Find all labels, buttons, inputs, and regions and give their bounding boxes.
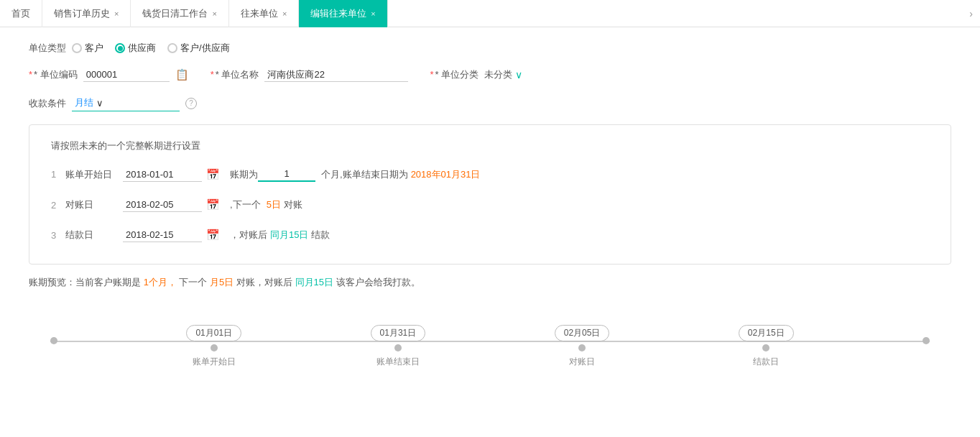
unit-category-select[interactable]: 未分类 ∨ [484,68,570,81]
timeline-badge-2: 01月31日 [371,325,426,341]
timeline-badge-1: 01月01日 [186,325,241,341]
period-row-3: 3 结款日 📅 ，对账后 同月15日 结款 [51,228,929,242]
period-suffix-3a: ，对账后 [230,229,267,242]
preview-section: 账期预览：当前客户账期是 1个月， 下一个 月5日 对账，对账后 同月15日 该… [29,276,951,303]
period-settings-box: 请按照未来的一个完整帐期进行设置 1 账单开始日 📅 账期为 个月,账单结束日期… [29,124,951,264]
end-dot [923,337,930,344]
period-date-input-1[interactable] [123,167,202,182]
radio-supplier[interactable]: 供应商 [115,42,156,55]
close-icon[interactable]: × [371,9,375,18]
close-icon[interactable]: × [114,9,119,18]
payment-terms-select[interactable]: 月结 ∨ [72,95,180,111]
unit-code-input[interactable] [83,68,170,82]
calendar-icon-3[interactable]: 📅 [206,229,220,242]
preview-highlight1: 1个月， [144,277,177,288]
timeline-label-3: 对账日 [569,356,595,368]
timeline-badge-4: 02月15日 [739,325,794,341]
period-highlight-2: 5日 [267,198,281,211]
chevron-down-icon: ∨ [515,69,522,80]
calendar-icon-1[interactable]: 📅 [206,168,220,181]
unit-info-row: ** 单位编码 📋 ** 单位名称 ** 单位分类 未分类 ∨ [29,68,951,82]
period-highlight-3: 同月15日 [270,229,308,242]
tab-cash-work-label: 钱货日清工作台 [142,7,208,20]
page-content: 单位类型 客户 供应商 客户/供应商 ** 单位编码 [0,27,980,437]
radio-customer-label: 客户 [85,42,103,55]
unit-code-label: ** 单位编码 [29,68,78,81]
radio-customer-supplier[interactable]: 客户/供应商 [167,42,230,55]
period-box-title: 请按照未来的一个完整帐期进行设置 [51,139,929,152]
timeline-dot-2 [394,344,402,351]
unit-code-item: ** 单位编码 📋 [29,68,189,82]
calendar-icon-2[interactable]: 📅 [206,198,220,211]
period-num-1: 1 [51,169,65,180]
timeline-label-2: 账单结束日 [376,356,420,368]
period-label-2: 对账日 [65,198,123,211]
period-row-1: 1 账单开始日 📅 账期为 个月,账单结束日期为 2018年01月31日 [51,167,929,182]
period-months-input[interactable] [258,167,315,182]
timeline-dot-3 [578,344,586,351]
close-icon[interactable]: × [212,9,216,18]
tab-edit-partner-label: 编辑往来单位 [310,7,366,20]
tabs-bar: 首页 销售订单历史 × 钱货日清工作台 × 往来单位 × 编辑往来单位 × › [0,0,980,27]
dropdown-arrow-icon: ∨ [96,98,103,109]
payment-terms-label: 收款条件 [29,97,66,110]
radio-circle-customer-supplier [167,43,177,53]
tab-home-label: 首页 [11,7,30,20]
timeline-node-4: 02月15日 结款日 [739,325,794,368]
period-label-1: 账单开始日 [65,168,123,181]
calendar-icon[interactable]: 📋 [175,68,189,81]
unit-category-label: ** 单位分类 [430,68,479,81]
period-suffix-3b: 结款 [311,229,330,242]
tab-cash-work[interactable]: 钱货日清工作台 × [131,0,228,27]
timeline-start-dot [50,325,57,368]
unit-type-label: 单位类型 [29,42,66,55]
required-star: * [211,69,214,80]
start-dot [50,337,57,344]
preview-highlight3: 同月15日 [295,277,333,288]
period-num-3: 3 [51,230,65,241]
unit-name-label: ** 单位名称 [211,68,259,81]
timeline-node-3: 02月05日 对账日 [555,325,610,368]
close-icon[interactable]: × [282,9,287,18]
preview-middle1: 下一个 [179,277,207,288]
unit-category-item: ** 单位分类 未分类 ∨ [430,68,570,81]
tabs-arrow[interactable]: › [962,8,980,19]
required-star: * [430,69,433,80]
unit-name-item: ** 单位名称 [211,68,409,82]
tab-partner[interactable]: 往来单位 × [229,0,299,27]
timeline-badge-3: 02月05日 [555,325,610,341]
payment-terms-item: 收款条件 月结 ∨ ? [29,95,197,111]
period-num-2: 2 [51,200,65,211]
tab-home[interactable]: 首页 [0,0,42,27]
unit-category-value: 未分类 [484,68,512,81]
period-suffix-1a: 账期为 [230,168,258,181]
period-suffix-2b: 对账 [284,198,302,211]
radio-customer[interactable]: 客户 [72,42,103,55]
radio-circle-supplier [115,43,125,53]
payment-terms-row: 收款条件 月结 ∨ ? [29,95,951,111]
help-icon[interactable]: ? [185,98,197,109]
period-suffix-2a: ,下一个 [230,198,261,211]
timeline-label-4: 结款日 [753,356,779,368]
unit-name-input[interactable] [264,68,408,82]
unit-type-row: 单位类型 客户 供应商 客户/供应商 [29,42,951,55]
radio-group-unit-type: 客户 供应商 客户/供应商 [72,42,230,55]
preview-prefix: 账期预览：当前客户账期是 [29,277,141,288]
tab-partner-label: 往来单位 [241,7,278,20]
radio-supplier-label: 供应商 [128,42,156,55]
period-date-input-2[interactable] [123,198,202,212]
payment-terms-value: 月结 [75,96,93,109]
period-row-2: 2 对账日 📅 ,下一个 5日 对账 [51,198,929,212]
preview-highlight2: 月5日 [210,277,234,288]
required-star: * [29,69,32,80]
timeline-node-2: 01月31日 账单结束日 [371,325,426,368]
timeline-dot-1 [211,344,218,351]
radio-customer-supplier-label: 客户/供应商 [180,42,230,55]
timeline-section: 01月01日 账单开始日 01月31日 账单结束日 02月05日 对账日 02月… [29,325,951,368]
period-end-date: 2018年01月31日 [411,168,481,181]
tab-sales-history[interactable]: 销售订单历史 × [42,0,131,27]
period-date-input-3[interactable] [123,228,202,242]
tab-edit-partner[interactable]: 编辑往来单位 × [299,0,387,27]
unit-type-item: 单位类型 客户 供应商 客户/供应商 [29,42,230,55]
period-label-3: 结款日 [65,229,123,242]
